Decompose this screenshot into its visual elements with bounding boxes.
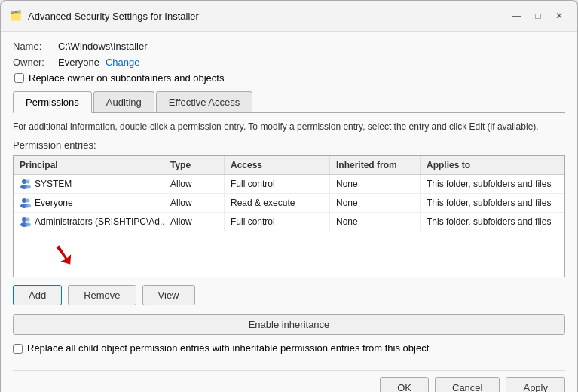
svg-point-4 [22,198,26,203]
red-arrow-icon: ➘ [48,234,79,273]
cell-access-2: Read & execute [225,194,330,212]
title-bar: 🗂️ Advanced Security Settings for Instal… [1,1,577,32]
cell-principal-2: Everyone [14,194,164,212]
arrow-area: ➘ [14,231,564,277]
svg-point-3 [25,185,31,188]
main-window: 🗂️ Advanced Security Settings for Instal… [0,0,578,392]
add-button[interactable]: Add [13,285,62,305]
table-row[interactable]: Everyone Allow Read & execute None This … [14,194,564,213]
bottom-actions: OK Cancel Apply [13,377,565,392]
cancel-button[interactable]: Cancel [435,377,500,392]
cell-applies-2: This folder, subfolders and files [421,194,564,212]
svg-point-6 [26,198,30,202]
title-bar-controls: — □ ✕ [508,7,568,25]
view-button[interactable]: View [142,285,195,305]
table-row[interactable]: Administrators (SRISHTIPC\Ad... Allow Fu… [14,213,564,231]
window-icon: 🗂️ [10,10,22,22]
name-label: Name: [13,41,58,52]
owner-row: Owner: Everyone Change [13,57,565,68]
table-header: Principal Type Access Inherited from App… [14,156,564,175]
table-body: SYSTEM Allow Full control None This fold… [14,175,564,277]
cell-applies-1: This folder, subfolders and files [421,175,564,193]
cell-principal-3: Administrators (SRISHTIPC\Ad... [14,213,164,231]
svg-point-7 [25,204,31,207]
user-group-icon-1 [20,178,32,190]
ok-button[interactable]: OK [380,377,429,392]
minimize-button[interactable]: — [508,7,526,25]
cell-inherited-1: None [330,175,421,193]
apply-button[interactable]: Apply [506,377,565,392]
cell-type-2: Allow [164,194,225,212]
cell-inherited-3: None [330,213,421,231]
permission-table: Principal Type Access Inherited from App… [13,155,565,277]
remove-button[interactable]: Remove [68,285,136,305]
user-group-icon-2 [20,197,32,209]
title-bar-left: 🗂️ Advanced Security Settings for Instal… [10,10,199,22]
window-title: Advanced Security Settings for Installer [28,11,199,22]
dialog-content: Name: C:\Windows\Installer Owner: Everyo… [1,32,577,392]
col-access: Access [225,156,330,174]
close-button[interactable]: ✕ [550,7,568,25]
change-owner-link[interactable]: Change [106,57,140,68]
table-row[interactable]: SYSTEM Allow Full control None This fold… [14,175,564,194]
svg-point-2 [26,179,30,183]
replace-owner-row: Replace owner on subcontainers and objec… [14,72,565,84]
tab-auditing[interactable]: Auditing [93,91,154,112]
cell-type-3: Allow [164,213,225,231]
col-principal: Principal [14,156,164,174]
replace-owner-label: Replace owner on subcontainers and objec… [29,72,224,84]
svg-point-0 [22,179,26,184]
cell-type-1: Allow [164,175,225,193]
svg-point-8 [22,217,26,222]
replace-all-checkbox[interactable] [13,344,23,354]
info-text: For additional information, double-click… [13,121,565,133]
table-action-buttons: Add Remove View [13,285,565,305]
svg-point-10 [26,217,30,221]
maximize-button[interactable]: □ [529,7,547,25]
cell-inherited-2: None [330,194,421,212]
tab-effective-access[interactable]: Effective Access [156,91,252,112]
col-type: Type [164,156,225,174]
replace-all-row: Replace all child object permission entr… [13,342,565,354]
tab-permissions[interactable]: Permissions [13,91,92,113]
user-group-icon-3 [20,216,32,228]
owner-value: Everyone [58,57,99,68]
col-inherited: Inherited from [330,156,421,174]
cell-access-3: Full control [225,213,330,231]
name-value: C:\Windows\Installer [58,41,147,52]
replace-owner-checkbox[interactable] [14,73,24,83]
cell-access-1: Full control [225,175,330,193]
divider [13,370,565,371]
cell-applies-3: This folder, subfolders and files [421,213,564,231]
tabs-container: Permissions Auditing Effective Access [13,91,565,113]
entries-label: Permission entries: [13,139,565,151]
enable-inheritance-button[interactable]: Enable inheritance [13,314,565,335]
cell-principal-1: SYSTEM [14,175,164,193]
name-row: Name: C:\Windows\Installer [13,41,565,52]
replace-all-label: Replace all child object permission entr… [27,342,429,354]
col-applies: Applies to [421,156,564,174]
svg-point-11 [25,222,31,226]
owner-label: Owner: [13,57,58,68]
